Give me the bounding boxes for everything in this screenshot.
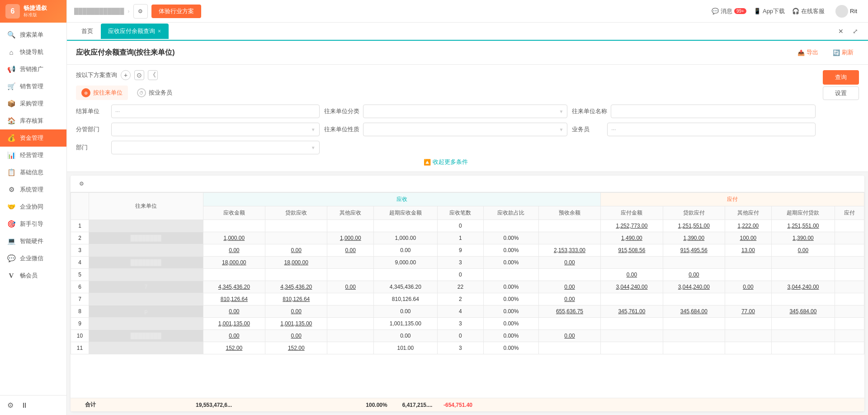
query-collapse-button[interactable]: 《 [148, 70, 158, 80]
sidebar-item-basic[interactable]: 📋 基础信息 [0, 164, 66, 181]
table-cell[interactable]: 1,390.00 [771, 232, 835, 244]
table-cell[interactable]: 0.00 [265, 305, 327, 318]
table-cell[interactable]: 655,636.75 [538, 305, 600, 318]
table-cell[interactable]: 0.00 [725, 281, 772, 293]
table-cell [374, 220, 437, 232]
table-cell[interactable]: 3,044,240.00 [601, 281, 663, 293]
table-cell[interactable]: 152.00 [265, 342, 327, 354]
table-cell[interactable]: 810,126.64 [203, 293, 265, 305]
table-cell[interactable]: 13.00 [725, 244, 772, 257]
table-cell[interactable]: 77.00 [725, 305, 772, 318]
table-cell[interactable]: 3,044,240.00 [771, 281, 835, 293]
salesman-input[interactable]: ··· [607, 123, 816, 136]
message-action[interactable]: 💬 消息 99+ [712, 7, 746, 15]
table-cell[interactable]: 810,126.64 [265, 293, 327, 305]
page-header: 应收应付余额查询(按往来单位) 📤 导出 🔄 刷新 [67, 41, 868, 65]
table-cell[interactable]: 345,684.00 [663, 305, 725, 318]
collapse-icon[interactable]: ⏸ [21, 401, 28, 410]
user-avatar[interactable]: Rit [832, 5, 861, 18]
table-cell[interactable]: 1,001,135.00 [203, 318, 265, 330]
sidebar-item-hardware[interactable]: 💻 智能硬件 [0, 233, 66, 250]
refresh-button[interactable]: 🔄 刷新 [827, 46, 859, 59]
export-button[interactable]: 📤 导出 [792, 46, 824, 59]
table-cell[interactable]: 1,222.00 [725, 220, 772, 232]
dept-manage-input[interactable]: ▼ [111, 123, 320, 136]
tab-active[interactable]: 应收应付余额查询 × [101, 24, 169, 39]
tab-close-button[interactable]: × [158, 28, 161, 34]
table-cell[interactable]: 915,508.56 [601, 244, 663, 257]
sidebar-item-member[interactable]: V 畅会员 [0, 267, 66, 284]
table-cell[interactable]: 1,251,551.00 [663, 220, 725, 232]
table-cell[interactable]: 4,345,436.20 [203, 281, 265, 293]
scheme-unit[interactable]: ⊕ 按往来单位 [76, 86, 128, 100]
sidebar-item-finance[interactable]: 💰 资金管理 [0, 129, 66, 147]
app-download-action[interactable]: 📱 App下载 [754, 7, 785, 15]
gear-button[interactable]: ⚙ [133, 4, 148, 19]
sidebar-item-inventory[interactable]: 🏠 库存核算 [0, 112, 66, 129]
table-cell[interactable]: 3,044,240.00 [663, 281, 725, 293]
sidebar-item-search[interactable]: 🔍 搜索菜单 [0, 26, 66, 43]
online-service-action[interactable]: 🎧 在线客服 [792, 7, 825, 15]
table-cell[interactable]: 0.00 [538, 281, 600, 293]
table-cell[interactable]: 0.00 [663, 269, 725, 281]
table-cell[interactable]: 1,000.00 [327, 232, 374, 244]
scheme-staff[interactable]: ⏱ 按业务员 [132, 86, 178, 100]
table-cell[interactable]: 2,153,333.00 [538, 244, 600, 257]
query-button[interactable]: 查询 [823, 70, 859, 85]
filter-partner-name: 往来单位名称 [572, 105, 816, 118]
solution-button[interactable]: 体验行业方案 [151, 5, 201, 18]
table-cell[interactable]: 0.00 [538, 257, 600, 269]
table-cell[interactable]: 0.00 [203, 244, 265, 257]
sidebar-item-collab[interactable]: 🤝 企业协同 [0, 198, 66, 215]
table-cell[interactable]: 345,761.00 [601, 305, 663, 318]
table-cell[interactable]: 0.00 [538, 293, 600, 305]
sidebar-item-sales[interactable]: 🛒 销售管理 [0, 78, 66, 95]
table-cell[interactable]: 1,490.00 [601, 232, 663, 244]
table-cell[interactable]: 18,000.00 [203, 257, 265, 269]
table-cell [601, 318, 663, 330]
collapse-button[interactable]: 🔼 收起更多条件 [76, 158, 816, 166]
sidebar-item-guide[interactable]: 🎯 新手引导 [0, 215, 66, 233]
table-cell[interactable]: 0.00 [601, 269, 663, 281]
table-cell[interactable]: 1,000.00 [203, 232, 265, 244]
sidebar-item-operation[interactable]: 📊 经营管理 [0, 147, 66, 164]
settings-icon[interactable]: ⚙ [7, 401, 14, 410]
table-cell[interactable]: 0.00 [265, 330, 327, 342]
tab-home[interactable]: 首页 [74, 24, 101, 39]
sidebar-item-quick[interactable]: ⌂ 快捷导航 [0, 43, 66, 61]
tab-maximize[interactable]: ⤢ [850, 26, 861, 37]
table-cell [484, 269, 539, 281]
scrollable-table[interactable]: 往来单位 应收 应付 应收金额 贷款应收 其他应收 超期应收金额 应收笔数 应收… [71, 192, 864, 398]
table-cell[interactable]: 0.00 [327, 244, 374, 257]
sidebar-item-marketing[interactable]: 📢 营销推广 [0, 61, 66, 78]
partner-category-input[interactable]: ▼ [363, 105, 568, 118]
query-add-button[interactable]: + [121, 70, 131, 80]
table-cell[interactable]: 1,001,135.00 [265, 318, 327, 330]
table-cell[interactable]: 1,251,551.00 [771, 220, 835, 232]
table-cell[interactable]: 0.00 [265, 244, 327, 257]
table-cell[interactable]: 0.00 [203, 330, 265, 342]
table-settings-button[interactable]: ⚙ [76, 178, 87, 189]
sidebar-item-system[interactable]: ⚙ 系统管理 [0, 181, 66, 198]
table-cell[interactable]: 0.00 [203, 305, 265, 318]
settings-button[interactable]: 设置 [823, 86, 859, 100]
table-cell[interactable]: 0.00 [771, 244, 835, 257]
table-cell[interactable]: 4,345,436.20 [265, 281, 327, 293]
table-cell[interactable]: 345,684.00 [771, 305, 835, 318]
settlement-unit-input[interactable]: ··· [111, 105, 320, 118]
partner-nature-input[interactable]: ▼ [363, 123, 568, 136]
table-cell[interactable]: 1,252,773.00 [601, 220, 663, 232]
table-cell[interactable]: 152.00 [203, 342, 265, 354]
table-cell[interactable]: 1,390.00 [663, 232, 725, 244]
table-cell[interactable]: 18,000.00 [265, 257, 327, 269]
partner-name-input[interactable] [611, 105, 816, 118]
query-options-button[interactable]: ⊙ [134, 70, 144, 80]
dept-input[interactable]: ▼ [111, 141, 320, 154]
tab-close-window[interactable]: ✕ [835, 26, 846, 37]
table-cell[interactable]: 0.00 [538, 330, 600, 342]
table-cell[interactable]: 100.00 [725, 232, 772, 244]
sidebar-item-wechat[interactable]: 💬 企业微信 [0, 250, 66, 267]
table-cell[interactable]: 0.00 [327, 281, 374, 293]
table-cell[interactable]: 915,495.56 [663, 244, 725, 257]
sidebar-item-purchase[interactable]: 📦 采购管理 [0, 95, 66, 112]
